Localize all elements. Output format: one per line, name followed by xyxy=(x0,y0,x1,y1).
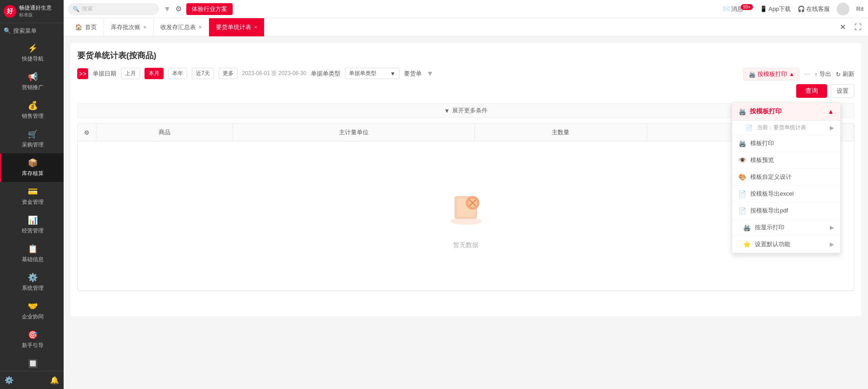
dropdown-item-default-func[interactable]: ⭐ 设置默认功能 ▶ xyxy=(732,236,840,253)
messages-btn[interactable]: ✉️ 消息 99+ xyxy=(723,5,753,13)
sidebar-item-guide[interactable]: 🎯 新手引导 xyxy=(0,325,64,354)
more-date-btn[interactable]: 更多 xyxy=(219,68,238,79)
quick-nav-icon: ⚡ xyxy=(28,43,38,53)
default-func-arrow: ▶ xyxy=(830,241,834,248)
tab-close-icon[interactable]: × xyxy=(199,24,202,30)
dropdown-item-export-excel[interactable]: 📄 按模板导出excel xyxy=(732,186,840,202)
dropdown-collapse-icon[interactable]: ▲ xyxy=(828,108,834,115)
date-range: 2023-06-01 至 2023-06-30 xyxy=(242,70,306,77)
order-type-dropdown-icon[interactable]: ▼ xyxy=(426,70,434,78)
app-download-btn[interactable]: 📱 App下载 xyxy=(760,5,791,13)
order-type-label: 要货单 xyxy=(404,70,422,78)
sidebar-item-apps[interactable]: 🔲 应用中心 xyxy=(0,354,64,371)
tab-label: 收发存汇总表 xyxy=(160,23,196,31)
more-options-icon[interactable]: ··· xyxy=(804,70,810,78)
sidebar-item-inventory[interactable]: 📦 库存核算 xyxy=(0,153,64,182)
maximize-btn[interactable]: ⛶ xyxy=(853,22,863,33)
notification-icon[interactable]: 🔔 xyxy=(50,376,59,384)
table-col-quantity: 主数量 xyxy=(475,124,647,141)
finance-icon: 💳 xyxy=(28,187,38,197)
sidebar-bottom: ⚙️ 🔔 xyxy=(0,371,64,389)
printer-icon: 🖨️ xyxy=(748,71,756,78)
sidebar-nav: ⚡ 快捷导航 📢 营销推广 💰 销售管理 🛒 采购管理 📦 库存核算 💳 资金管… xyxy=(0,39,64,371)
app-name: 畅捷通好生意 xyxy=(19,5,52,12)
chevron-up-icon: ▲ xyxy=(789,71,794,77)
purchase-icon: 🛒 xyxy=(28,129,38,139)
page-title: 要货单统计表(按商品) xyxy=(77,50,854,61)
sidebar-item-label: 新手引导 xyxy=(22,342,44,349)
expand-btn[interactable]: >> xyxy=(77,68,88,79)
sidebar-item-label: 营销推广 xyxy=(22,84,44,91)
tab-close-active-icon[interactable]: × xyxy=(254,24,257,30)
tab-order-stats[interactable]: 要货单统计表 × xyxy=(209,18,264,36)
sidebar-item-system[interactable]: ⚙️ 系统管理 xyxy=(0,268,64,297)
table-settings-col[interactable]: ⚙ xyxy=(78,124,96,141)
current-label-item[interactable]: 📄 当前：要货单统计表 ▶ xyxy=(732,121,840,135)
template-preview-icon: 👁️ xyxy=(738,157,746,164)
dropdown-arrow[interactable]: ▼ xyxy=(164,5,171,13)
sidebar-item-enterprise[interactable]: 🤝 企业协同 xyxy=(0,297,64,325)
dropdown-item-template-print[interactable]: 🖨️ 模板打印 xyxy=(732,135,840,152)
sidebar-item-operations[interactable]: 📊 经营管理 xyxy=(0,211,64,239)
settings-gear-icon[interactable]: ⚙ xyxy=(175,5,182,13)
sidebar-item-label: 销售管理 xyxy=(22,112,44,120)
sidebar-item-finance[interactable]: 💳 资金管理 xyxy=(0,182,64,211)
sidebar: 好 畅捷通好生意 标准版 🔍 搜索菜单 ▲ ⚡ 快捷导航 📢 营销推广 💰 销售… xyxy=(0,0,64,389)
current-label-text: 当前：要货单统计表 xyxy=(757,124,806,131)
expand-more-icon: ▼ xyxy=(444,107,450,114)
search-menu[interactable]: 🔍 搜索菜单 xyxy=(0,23,64,39)
basics-icon: 📋 xyxy=(28,244,38,254)
experience-btn[interactable]: 体验行业方案 xyxy=(186,3,233,15)
sidebar-item-label: 资金管理 xyxy=(22,198,44,206)
inventory-icon: 📦 xyxy=(28,158,38,168)
tab-inventory-batch[interactable]: 库存批次账 × xyxy=(104,18,154,36)
table-col-unit: 主计量单位 xyxy=(233,124,475,141)
dropdown-item-template-design[interactable]: 🎨 模板自定义设计 xyxy=(732,169,840,186)
type-filter-select[interactable]: 单据单类型 ▼ xyxy=(345,68,399,79)
close-tab-btn[interactable]: ✕ xyxy=(837,22,848,33)
print-dropdown-menu: 🖨️ 按模板打印 ▲ 📄 当前：要货单统计表 ▶ 🖨️ 模板打印 👁️ 模板预览… xyxy=(732,102,841,253)
default-func-label: 设置默认功能 xyxy=(755,240,790,248)
sidebar-item-quick-nav[interactable]: ⚡ 快捷导航 xyxy=(0,39,64,67)
top-bar-right: ✉️ 消息 99+ 📱 App下载 🎧 在线客服 Rit xyxy=(723,3,863,15)
export-btn[interactable]: ↑ 导出 xyxy=(815,70,832,78)
this-year-btn[interactable]: 本年 xyxy=(168,68,187,79)
dropdown-item-display-print[interactable]: 🖨️ 按显示打印 ▶ xyxy=(732,219,840,236)
global-search[interactable]: 🔍 搜索 xyxy=(68,3,159,15)
tab-close-icon[interactable]: × xyxy=(143,24,146,30)
online-service-btn[interactable]: 🎧 在线客服 xyxy=(798,5,830,13)
refresh-btn[interactable]: ↻ 刷新 xyxy=(836,70,854,78)
template-print-btn[interactable]: 🖨️ 按模板打印 ▲ xyxy=(743,68,799,81)
dropdown-title: 按模板打印 xyxy=(750,107,782,116)
dropdown-item-export-pdf[interactable]: 📄 按模板导出pdf xyxy=(732,202,840,219)
empty-text: 暂无数据 xyxy=(453,241,479,249)
dropdown-header[interactable]: 🖨️ 按模板打印 ▲ xyxy=(732,103,840,121)
tab-receipts-summary[interactable]: 收发存汇总表 × xyxy=(154,18,209,36)
last-month-btn[interactable]: 上月 xyxy=(121,68,140,79)
print-label: 按模板打印 xyxy=(758,70,787,78)
sidebar-item-basics[interactable]: 📋 基础信息 xyxy=(0,239,64,268)
main-area: 🔍 搜索 ▼ ⚙ 体验行业方案 ✉️ 消息 99+ 📱 App下载 🎧 在线客服… xyxy=(64,0,868,389)
template-print-icon: 🖨️ xyxy=(738,140,746,147)
tab-label: 要货单统计表 xyxy=(216,23,251,31)
this-month-btn[interactable]: 本月 xyxy=(145,68,164,79)
last-7days-btn[interactable]: 近7天 xyxy=(192,68,214,79)
sidebar-item-purchase[interactable]: 🛒 采购管理 xyxy=(0,125,64,153)
online-service-label: 在线客服 xyxy=(806,5,830,13)
default-func-icon: ⭐ xyxy=(743,241,750,248)
marketing-icon: 📢 xyxy=(28,72,38,82)
settings-icon[interactable]: ⚙️ xyxy=(5,376,14,384)
settings-btn[interactable]: 设置 xyxy=(831,84,854,98)
tab-home[interactable]: 🏠 首页 xyxy=(68,18,104,36)
operations-icon: 📊 xyxy=(28,215,38,225)
export-pdf-icon: 📄 xyxy=(738,207,746,214)
sidebar-item-marketing[interactable]: 📢 营销推广 xyxy=(0,67,64,96)
dropdown-item-template-preview[interactable]: 👁️ 模板预览 xyxy=(732,152,840,169)
tab-label: 首页 xyxy=(85,23,97,31)
tab-label: 库存批次账 xyxy=(111,23,140,31)
empty-illustration xyxy=(443,182,489,237)
sidebar-item-sales[interactable]: 💰 销售管理 xyxy=(0,96,64,125)
search-placeholder: 搜索 xyxy=(82,5,93,13)
avatar[interactable] xyxy=(837,3,849,15)
query-btn[interactable]: 查询 xyxy=(796,84,827,98)
